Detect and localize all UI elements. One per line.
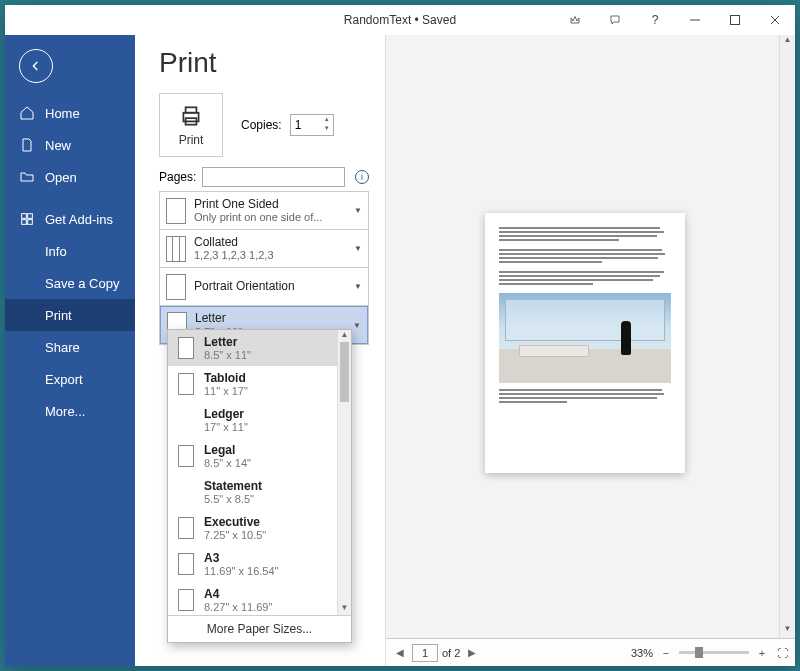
maximize-button[interactable] [715,5,755,35]
back-button[interactable] [19,49,53,83]
paper-size-option[interactable]: Tabloid11" x 17" [168,366,351,402]
paper-size-dims: 8.5" x 14" [204,457,251,469]
scroll-thumb[interactable] [340,342,349,402]
sidebar-item-share[interactable]: Share [5,331,135,363]
svg-rect-9 [186,107,197,112]
copies-spinner[interactable]: ▲▼ [322,116,332,134]
addins-icon [19,211,35,227]
sidebar-item-label: New [45,138,71,153]
paper-size-list: Letter8.5" x 11"Tabloid11" x 17"Ledger17… [168,330,351,615]
pages-input[interactable] [202,167,345,187]
paper-size-name: Legal [204,443,251,457]
zoom-level: 33% [631,647,653,659]
page-total-label: of 2 [442,647,460,659]
dropdown-scrollbar[interactable]: ▲ ▼ [337,330,351,615]
sidebar-item-label: Home [45,106,80,121]
paper-size-dims: 8.5" x 11" [204,349,251,361]
sidebar-item-save-copy[interactable]: Save a Copy [5,267,135,299]
sidebar-item-open[interactable]: Open [5,161,135,193]
sidebar-item-print[interactable]: Print [5,299,135,331]
paper-size-option[interactable]: A48.27" x 11.69" [168,582,351,615]
scroll-down-arrow[interactable]: ▼ [780,624,795,638]
paper-size-option[interactable]: Executive7.25" x 10.5" [168,510,351,546]
setting-collate[interactable]: Collated1,2,3 1,2,3 1,2,3 ▼ [160,230,368,268]
app-window: RandomText • Saved ? Home New Open Get A… [5,5,795,666]
sidebar-item-label: Save a Copy [45,276,119,291]
copies-field: Copies: 1 ▲▼ [241,114,334,136]
sidebar-item-new[interactable]: New [5,129,135,161]
copies-input[interactable]: 1 ▲▼ [290,114,334,136]
sidebar-item-label: Open [45,170,77,185]
paper-size-dims: 5.5" x 8.5" [204,493,262,505]
paper-size-option[interactable]: Ledger17" x 11" [168,402,351,438]
feedback-icon[interactable] [595,5,635,35]
print-settings-stack: Print One SidedOnly print on one side of… [159,191,369,345]
printer-icon [178,103,204,129]
sidebar-item-more[interactable]: More... [5,395,135,427]
paper-size-name: Ledger [204,407,248,421]
scroll-up-arrow[interactable]: ▲ [780,35,795,49]
sidebar-item-info[interactable]: Info [5,235,135,267]
collate-icon [166,236,186,262]
page-icon [166,198,186,224]
paper-size-name: A4 [204,587,272,601]
paper-size-option[interactable]: Legal8.5" x 14" [168,438,351,474]
help-icon[interactable]: ? [635,5,675,35]
print-button[interactable]: Print [159,93,223,157]
open-folder-icon [19,169,35,185]
premium-icon[interactable] [555,5,595,35]
paper-icon [178,553,194,575]
title-bar: RandomText • Saved ? [5,5,795,35]
setting-orientation[interactable]: Portrait Orientation ▼ [160,268,368,306]
paper-size-dims: 7.25" x 10.5" [204,529,266,541]
svg-rect-4 [22,214,27,219]
sidebar-item-export[interactable]: Export [5,363,135,395]
preview-footer: ◀ 1 of 2 ▶ 33% − + ⛶ [386,638,795,666]
paper-icon [178,445,194,467]
new-doc-icon [19,137,35,153]
chevron-down-icon: ▼ [353,321,361,330]
zoom-out-button[interactable]: − [659,647,673,659]
preview-scrollbar[interactable]: ▲ ▼ [779,35,795,638]
paper-icon [178,589,194,611]
sidebar-item-label: Info [45,244,67,259]
setting-sides[interactable]: Print One SidedOnly print on one side of… [160,192,368,230]
paper-icon [178,337,194,359]
next-page-button[interactable]: ▶ [464,647,480,658]
paper-size-dims: 17" x 11" [204,421,248,433]
paper-size-name: Letter [204,335,251,349]
paper-size-dims: 11.69" x 16.54" [204,565,278,577]
paper-size-name: Statement [204,479,262,493]
chevron-down-icon: ▼ [354,244,362,253]
zoom-in-button[interactable]: + [755,647,769,659]
sidebar-item-label: Print [45,308,72,323]
paper-size-option[interactable]: Letter8.5" x 11" [168,330,351,366]
chevron-down-icon: ▼ [354,206,362,215]
scroll-down-arrow[interactable]: ▼ [338,603,351,615]
print-preview-pane: ▲ ▼ ◀ 1 of 2 ▶ 33% − + [385,35,795,666]
paper-size-option[interactable]: A311.69" x 16.54" [168,546,351,582]
minimize-button[interactable] [675,5,715,35]
page-preview [485,213,685,473]
page-title: Print [159,47,369,79]
close-button[interactable] [755,5,795,35]
scroll-up-arrow[interactable]: ▲ [338,330,351,342]
info-icon[interactable]: i [355,170,369,184]
sidebar-item-label: Get Add-ins [45,212,113,227]
fit-page-button[interactable]: ⛶ [775,647,789,659]
paper-size-name: A3 [204,551,278,565]
svg-rect-6 [22,220,27,225]
prev-page-button[interactable]: ◀ [392,647,408,658]
paper-icon [178,517,194,539]
paper-size-name: Executive [204,515,266,529]
document-title: RandomText • Saved [344,13,456,27]
paper-size-option[interactable]: Statement5.5" x 8.5" [168,474,351,510]
sidebar-item-addins[interactable]: Get Add-ins [5,203,135,235]
more-paper-sizes-link[interactable]: More Paper Sizes... [168,615,351,642]
zoom-slider[interactable] [679,651,749,654]
sidebar-item-home[interactable]: Home [5,97,135,129]
sidebar-item-label: More... [45,404,85,419]
svg-rect-7 [28,220,33,225]
page-number-input[interactable]: 1 [412,644,438,662]
orientation-icon [166,274,186,300]
